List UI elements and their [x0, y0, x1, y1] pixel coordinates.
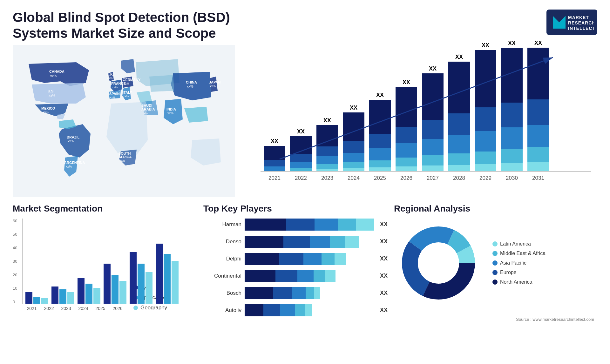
svg-text:xx%: xx% — [167, 111, 173, 115]
player-denso-name: Denso — [203, 239, 241, 245]
reg-dot-asia-pacific — [492, 260, 498, 266]
player-autoliv-bar — [245, 304, 374, 316]
bar-2022: XX — [290, 128, 312, 171]
regional-section: Regional Analysis — [394, 204, 597, 364]
reg-label-europe: Europe — [500, 270, 517, 275]
svg-text:xx%: xx% — [110, 96, 115, 99]
players-title: Top Key Players — [203, 204, 388, 214]
player-delphi-name: Delphi — [203, 256, 241, 262]
player-bosch-xx: XX — [380, 290, 388, 296]
seg-bar-type-2023 — [78, 278, 85, 304]
seg-bar-type-2024 — [104, 264, 111, 304]
header: Global Blind Spot Detection (BSD) System… — [0, 0, 610, 45]
seg-bar-geo-2022 — [67, 292, 74, 304]
player-delphi: Delphi XX — [203, 253, 388, 265]
svg-text:xx%: xx% — [187, 84, 193, 88]
bar-2026: XX — [396, 79, 417, 171]
svg-text:xx%: xx% — [49, 94, 55, 98]
svg-text:xx%: xx% — [66, 165, 72, 168]
seg-bar-type-2025 — [130, 252, 137, 304]
bar-2030: XX — [501, 40, 523, 171]
svg-text:xx%: xx% — [112, 86, 118, 89]
svg-text:BRAZIL: BRAZIL — [67, 135, 80, 139]
logo-area: MARKET RESEARCH INTELLECT — [546, 10, 597, 35]
svg-text:ITALY: ITALY — [123, 91, 132, 94]
bar-2027: XX — [422, 65, 444, 171]
seg-group-2023 — [78, 278, 100, 304]
players-bars: Harman XX Denso — [203, 219, 388, 316]
seg-bar-chart: 60 50 40 30 20 10 0 — [13, 219, 127, 311]
seg-bars — [22, 219, 127, 304]
svg-text:MEXICO: MEXICO — [41, 106, 55, 110]
svg-text:INDIA: INDIA — [166, 107, 176, 111]
svg-text:U.K.: U.K. — [107, 72, 114, 76]
bars-container: XX XX — [261, 48, 591, 172]
page-title: Global Blind Spot Detection (BSD) System… — [13, 10, 251, 42]
bar-2023: XX — [316, 117, 338, 171]
svg-text:xx%: xx% — [50, 74, 57, 78]
players-section: Top Key Players Harman XX Denso — [203, 204, 388, 364]
player-denso-bar — [245, 236, 374, 248]
bar-2025: XX — [369, 92, 391, 171]
player-harman-bar — [245, 219, 374, 231]
reg-legend-europe: Europe — [492, 270, 546, 275]
reg-legend-middle-east: Middle East & Africa — [492, 251, 546, 256]
player-harman: Harman XX — [203, 219, 388, 231]
reg-dot-north-america — [492, 280, 498, 285]
player-autoliv: Autoliv XX — [203, 304, 388, 316]
legend-geography-label: Geography — [140, 305, 167, 311]
player-delphi-xx: XX — [380, 255, 388, 262]
seg-bar-geo-2026 — [172, 261, 179, 304]
seg-bar-app-2026 — [164, 254, 171, 304]
reg-label-latin-america: Latin America — [500, 241, 531, 247]
svg-text:xx%: xx% — [124, 82, 129, 85]
year-labels: 2021 2022 2023 2024 2025 2026 2027 2028 … — [261, 173, 591, 183]
svg-text:INTELLECT: INTELLECT — [568, 26, 594, 31]
reg-dot-latin-america — [492, 241, 498, 246]
bar-2024: XX — [343, 104, 364, 171]
player-bosch-bar — [245, 287, 374, 299]
svg-text:ARABIA: ARABIA — [141, 107, 155, 111]
logo-box: MARKET RESEARCH INTELLECT — [546, 10, 597, 35]
donut-area: Latin America Middle East & Africa Asia … — [394, 219, 597, 307]
growth-chart: XX XX — [241, 45, 597, 197]
seg-bar-type-2021 — [25, 292, 32, 304]
seg-bar-app-2022 — [59, 289, 66, 304]
seg-bar-geo-2024 — [119, 281, 126, 304]
player-autoliv-name: Autoliv — [203, 307, 241, 313]
y-axis: 60 50 40 30 20 10 0 — [13, 219, 21, 304]
svg-text:GERMANY: GERMANY — [123, 78, 141, 82]
seg-group-2026 — [156, 244, 179, 304]
seg-bar-type-2022 — [51, 286, 58, 304]
player-autoliv-xx: XX — [380, 307, 388, 313]
player-continental-name: Continental — [203, 273, 241, 279]
donut-svg — [394, 219, 483, 307]
legend-geography: Geography — [133, 305, 167, 311]
player-continental: Continental XX — [203, 270, 388, 282]
seg-bar-geo-2025 — [146, 272, 152, 304]
svg-text:xx%: xx% — [107, 77, 112, 80]
svg-marker-0 — [553, 16, 566, 29]
segmentation-title: Market Segmentation — [13, 204, 197, 214]
source-text: Source : www.marketresearchintellect.com — [394, 317, 597, 322]
player-continental-xx: XX — [380, 273, 388, 279]
svg-text:xx%: xx% — [210, 84, 216, 88]
legend-geography-dot — [133, 306, 138, 310]
svg-text:AFRICA: AFRICA — [119, 155, 132, 159]
reg-label-asia-pacific: Asia Pacific — [500, 260, 526, 266]
player-harman-name: Harman — [203, 221, 241, 228]
seg-bars-and-labels: 2021 2022 2023 2024 2025 2026 — [22, 219, 127, 311]
reg-dot-middle-east — [492, 251, 498, 256]
svg-text:CANADA: CANADA — [49, 70, 64, 73]
seg-bar-app-2024 — [112, 275, 119, 304]
world-map-svg: CANADA xx% U.S. xx% MEXICO xx% BRAZIL xx… — [13, 45, 235, 197]
player-denso-xx: XX — [380, 238, 388, 245]
seg-chart-area: 60 50 40 30 20 10 0 — [13, 219, 197, 311]
seg-group-2021 — [25, 292, 48, 304]
seg-bar-type-2026 — [156, 244, 163, 304]
bar-2029: XX — [475, 42, 496, 171]
seg-group-2022 — [51, 286, 74, 304]
svg-text:xx%: xx% — [120, 159, 125, 162]
svg-text:U.S.: U.S. — [48, 89, 54, 93]
svg-text:SPAIN: SPAIN — [109, 92, 120, 96]
